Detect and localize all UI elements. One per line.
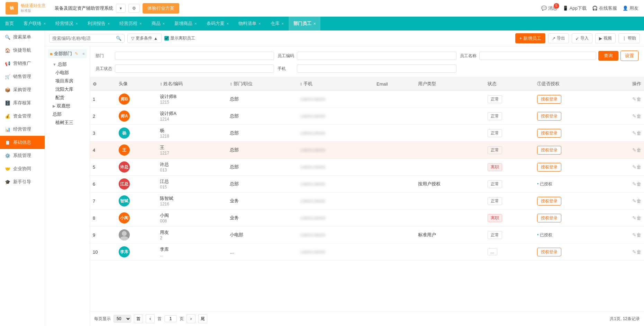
dept-node-zongbu-parent[interactable]: ▼总部 xyxy=(48,60,87,69)
dept-node-xiaodibu[interactable]: 小电部 xyxy=(48,69,87,77)
th-setting[interactable]: ⚙ xyxy=(90,77,116,91)
auth-login-btn[interactable]: 授权登录 xyxy=(537,214,561,222)
delete-btn[interactable]: 🗑 xyxy=(636,249,641,255)
tab-operation[interactable]: 经营情况 × xyxy=(51,17,82,30)
sidebar-item-marketing[interactable]: 📢 营销推广 xyxy=(0,57,45,70)
search-submit-icon[interactable]: 🔍 xyxy=(116,36,121,41)
close-icon[interactable]: × xyxy=(282,21,284,26)
edit-btn[interactable]: ✎ xyxy=(632,181,636,187)
auth-login-btn[interactable]: 授权登录 xyxy=(537,112,561,121)
sidebar-item-guide[interactable]: 🎓 新手引导 xyxy=(0,175,45,188)
edit-btn[interactable]: ✎ xyxy=(632,96,636,102)
close-icon[interactable]: × xyxy=(108,21,110,26)
sidebar-item-coop[interactable]: 🤝 企业协同 xyxy=(0,162,45,175)
th-phone[interactable]: ↕ 手机 xyxy=(297,77,374,91)
sidebar-item-quicknav[interactable]: 🏠 快捷导航 xyxy=(0,44,45,57)
query-btn[interactable]: 查询 xyxy=(598,51,618,61)
tab-employee[interactable]: 部门员工 × xyxy=(289,17,320,30)
tab-home[interactable]: 首页 xyxy=(0,17,19,30)
close-icon[interactable]: × xyxy=(44,21,46,26)
edit-btn[interactable]: ✎ xyxy=(632,249,636,255)
th-name[interactable]: ↕ 姓名/编码 xyxy=(157,77,227,91)
show-resigned-checkbox[interactable] xyxy=(164,36,169,41)
app-download-btn[interactable]: 📱 App下载 xyxy=(563,5,587,11)
th-dept[interactable]: ↕ 部门/职位 xyxy=(227,77,297,91)
tab-add-goods[interactable]: 新增商品 × xyxy=(170,17,201,30)
sidebar-item-finance[interactable]: 💰 资金管理 xyxy=(0,109,45,123)
sidebar-item-system[interactable]: ⚙️ 系统管理 xyxy=(0,149,45,162)
dept-node-peihuo[interactable]: 配货 xyxy=(48,94,87,102)
dept-node-shenyangdaku[interactable]: 沈阳大库 xyxy=(48,85,87,94)
sidebar-item-sales[interactable]: 🛒 销售管理 xyxy=(0,70,45,83)
close-icon[interactable]: × xyxy=(227,21,229,26)
delete-btn[interactable]: 🗑 xyxy=(636,147,641,153)
delete-btn[interactable]: 🗑 xyxy=(636,113,641,119)
auth-login-btn[interactable]: 授权登录 xyxy=(537,197,561,205)
edit-btn[interactable]: ✎ xyxy=(632,164,636,170)
prev-page-btn[interactable]: ‹ xyxy=(146,314,155,323)
edit-btn[interactable]: ✎ xyxy=(632,198,636,204)
dept-node-zhishuwangsan[interactable]: 植树王三 xyxy=(48,118,87,127)
close-icon[interactable]: × xyxy=(258,21,261,26)
online-service-btn[interactable]: 🎧 在线客服 xyxy=(592,5,617,11)
edit-btn[interactable]: ✎ xyxy=(632,130,636,136)
edit-btn[interactable]: ✎ xyxy=(632,215,636,221)
collapse-dept-icon[interactable]: « xyxy=(82,51,85,56)
search-box[interactable]: 🔍 xyxy=(49,34,125,43)
dept-node-xiangmuku[interactable]: 项目库房 xyxy=(48,77,87,85)
sidebar-item-basicinfo[interactable]: 📋 基础信息 xyxy=(0,136,45,149)
delete-btn[interactable]: 🗑 xyxy=(636,96,641,102)
edit-btn[interactable]: ✎ xyxy=(632,147,636,153)
sidebar-item-purchase[interactable]: 📦 采购管理 xyxy=(0,83,45,96)
trial-btn[interactable]: 体验行业方案 xyxy=(143,3,179,14)
edit-btn[interactable]: ✎ xyxy=(632,113,636,119)
sidebar-item-search[interactable]: 🔍 搜索菜单 xyxy=(0,30,45,44)
phone-input[interactable] xyxy=(297,64,456,73)
auth-login-btn[interactable]: 授权登录 xyxy=(537,129,561,138)
empstatus-select[interactable] xyxy=(115,64,274,73)
dept-node-zongbu[interactable]: 总部 xyxy=(48,110,87,118)
delete-btn[interactable]: 🗑 xyxy=(636,198,641,204)
delete-btn[interactable]: 🗑 xyxy=(636,215,641,221)
delete-btn[interactable]: 🗑 xyxy=(636,232,641,238)
per-page-select[interactable]: 50 20 100 xyxy=(114,315,131,323)
dept-node-shuangluxiang[interactable]: ▶双鹿想 xyxy=(48,102,87,110)
delete-btn[interactable]: 🗑 xyxy=(636,130,641,136)
tab-customer[interactable]: 客户联络 × xyxy=(19,17,51,30)
dept-select[interactable] xyxy=(115,52,274,60)
edit-btn[interactable]: ✎ xyxy=(632,232,636,238)
auth-login-btn[interactable]: 授权登录 xyxy=(537,248,561,256)
setting-btn[interactable]: 设置 xyxy=(620,51,638,61)
settings-btn[interactable]: ⚙ xyxy=(128,4,140,13)
close-icon[interactable]: × xyxy=(194,21,197,26)
view-btn[interactable]: ▶ 视频 xyxy=(595,33,616,43)
edit-dept-icon[interactable]: ✎ xyxy=(75,51,78,56)
auth-login-btn[interactable]: 授权登录 xyxy=(537,163,561,171)
last-page-btn[interactable]: 尾 xyxy=(198,314,207,323)
tab-profit[interactable]: 利润报告 × xyxy=(83,17,115,30)
dropdown-btn[interactable]: ▾ xyxy=(116,4,126,13)
tab-warehouse[interactable]: 仓库 × xyxy=(266,17,289,30)
empname-input[interactable] xyxy=(479,52,596,60)
empcode-input[interactable] xyxy=(297,52,456,60)
tab-history[interactable]: 经营历程 × xyxy=(115,17,146,30)
export-btn[interactable]: ↗ 导出 xyxy=(548,33,569,43)
tab-goods[interactable]: 商品 × xyxy=(147,17,170,30)
add-employee-btn[interactable]: + 新增员工 xyxy=(515,33,545,43)
delete-btn[interactable]: 🗑 xyxy=(636,164,641,170)
close-icon[interactable]: × xyxy=(75,21,78,26)
user-area[interactable]: 👤 用友 xyxy=(623,5,638,11)
search-input[interactable] xyxy=(52,36,115,41)
close-icon[interactable]: × xyxy=(314,21,316,26)
message-btn[interactable]: 💬 消息 5 xyxy=(541,5,557,11)
next-page-btn[interactable]: › xyxy=(187,314,196,323)
show-resigned-label[interactable]: 显示离职员工 xyxy=(164,35,195,41)
page-number-input[interactable] xyxy=(164,315,177,322)
close-icon[interactable]: × xyxy=(139,21,142,26)
help-btn[interactable]: ｜ 帮助 xyxy=(618,33,640,43)
close-icon[interactable]: × xyxy=(163,21,165,26)
sidebar-item-inventory[interactable]: 🗄️ 库存核算 xyxy=(0,96,45,109)
auth-login-btn[interactable]: 授权登录 xyxy=(537,95,561,104)
first-page-btn[interactable]: 首 xyxy=(134,314,143,323)
delete-btn[interactable]: 🗑 xyxy=(636,181,641,187)
